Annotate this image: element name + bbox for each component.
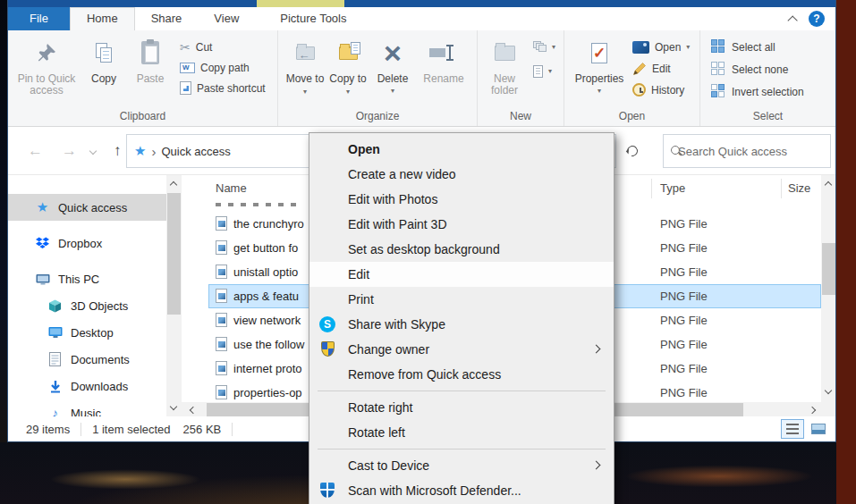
scroll-right-icon[interactable] bbox=[809, 407, 816, 414]
sidebar-item-desktop[interactable]: Desktop bbox=[8, 319, 166, 346]
menu-item-open[interactable]: Open bbox=[309, 137, 614, 162]
sidebar-scrollbar[interactable] bbox=[166, 175, 182, 417]
thumbnails-view-button[interactable] bbox=[807, 419, 830, 439]
column-header-name[interactable]: Name bbox=[216, 181, 247, 195]
delete-caret-icon: ▾ bbox=[391, 85, 394, 97]
breadcrumb-chevron-icon[interactable]: › bbox=[151, 144, 156, 159]
sidebar-item-quick-access[interactable]: ★ Quick access bbox=[8, 194, 166, 221]
sidebar-item-documents[interactable]: Documents bbox=[8, 346, 166, 373]
details-view-icon bbox=[786, 424, 799, 434]
select-all-button[interactable]: Select all bbox=[711, 38, 804, 55]
picture-tools-accent-strip bbox=[257, 0, 344, 7]
menu-item-rotate-left[interactable]: Rotate left bbox=[309, 420, 614, 445]
documents-icon bbox=[47, 352, 63, 366]
uac-shield-icon bbox=[321, 341, 335, 357]
select-none-button[interactable]: Select none bbox=[711, 61, 804, 78]
select-group-label: Select bbox=[700, 110, 835, 126]
edit-button[interactable]: Edit bbox=[632, 60, 690, 77]
menu-item-cast-to-device[interactable]: Cast to Device bbox=[309, 453, 614, 478]
copy-button[interactable]: Copy bbox=[81, 32, 126, 110]
history-button[interactable]: History bbox=[632, 81, 690, 98]
sidebar-item-music[interactable]: ♪ Music bbox=[8, 399, 166, 417]
history-label: History bbox=[651, 84, 684, 97]
invert-selection-button[interactable]: Invert selection bbox=[711, 83, 804, 100]
sidebar-item-dropbox[interactable]: Dropbox bbox=[8, 230, 166, 256]
scroll-up-icon[interactable] bbox=[170, 181, 177, 189]
details-view-button[interactable] bbox=[781, 419, 804, 439]
tab-picture-tools[interactable]: Picture Tools bbox=[264, 7, 362, 30]
status-divider bbox=[232, 423, 233, 436]
menu-item-scan-with-microsoft-defender[interactable]: Scan with Microsoft Defender... bbox=[309, 478, 614, 503]
menu-item-create-a-new-video[interactable]: Create a new video bbox=[309, 162, 614, 187]
menu-item-remove-from-quick-access[interactable]: Remove from Quick access bbox=[309, 362, 614, 387]
refresh-button[interactable] bbox=[625, 144, 640, 159]
copy-to-button[interactable]: Copy to ▾ bbox=[326, 32, 369, 110]
menu-item-change-owner[interactable]: Change owner bbox=[309, 337, 614, 362]
scroll-up-icon[interactable] bbox=[825, 181, 832, 189]
delete-icon: × bbox=[384, 39, 402, 66]
paste-shortcut-button[interactable]: Paste shortcut bbox=[180, 80, 266, 97]
cut-label: Cut bbox=[196, 41, 213, 54]
menu-item-share-with-skype[interactable]: S Share with Skype bbox=[309, 312, 614, 337]
new-folder-label: New folder bbox=[481, 73, 528, 97]
menu-item-edit-with-photos[interactable]: Edit with Photos bbox=[309, 187, 614, 212]
file-list-vertical-scrollbar[interactable] bbox=[821, 175, 835, 402]
tab-view[interactable]: View bbox=[198, 7, 255, 30]
new-folder-button[interactable]: New folder bbox=[481, 32, 528, 110]
copy-path-label: Copy path bbox=[200, 62, 250, 74]
sidebar-item-label: Dropbox bbox=[58, 237, 102, 250]
sidebar-item-downloads[interactable]: Downloads bbox=[8, 373, 166, 399]
sidebar-item-this-pc[interactable]: This PC bbox=[8, 265, 166, 292]
back-button[interactable]: ← bbox=[28, 127, 43, 175]
move-to-label: Move to bbox=[286, 72, 325, 85]
paste-button[interactable]: Paste bbox=[126, 32, 174, 110]
open-label: Open bbox=[655, 41, 681, 54]
column-header-type[interactable]: Type bbox=[660, 181, 685, 195]
scroll-down-icon[interactable] bbox=[825, 387, 832, 394]
menu-item-edit[interactable]: Edit bbox=[309, 262, 614, 287]
breadcrumb[interactable]: Quick access bbox=[161, 145, 230, 158]
menu-item-print[interactable]: Print bbox=[309, 287, 614, 312]
scrollbar-thumb[interactable] bbox=[822, 243, 835, 295]
rename-button[interactable]: Rename bbox=[416, 32, 471, 110]
tab-file[interactable]: File bbox=[8, 7, 70, 30]
properties-button[interactable]: ✓ Properties ▾ bbox=[572, 32, 627, 110]
menu-item-set-as-desktop-background[interactable]: Set as desktop background bbox=[309, 237, 614, 262]
tab-home[interactable]: Home bbox=[70, 7, 135, 30]
scrollbar-thumb[interactable] bbox=[167, 193, 181, 315]
sidebar-item-3d-objects[interactable]: 3D Objects bbox=[8, 292, 166, 319]
easy-access-button[interactable]: ▾ bbox=[533, 38, 555, 55]
pin-to-quick-access-button[interactable]: Pin to Quick access bbox=[12, 32, 81, 110]
tab-share[interactable]: Share bbox=[135, 7, 199, 30]
image-file-icon bbox=[216, 265, 227, 279]
skype-icon: S bbox=[319, 316, 335, 332]
open-button[interactable]: Open ▾ bbox=[632, 38, 690, 55]
help-icon[interactable]: ? bbox=[809, 11, 825, 27]
image-file-icon bbox=[216, 385, 227, 399]
status-divider bbox=[81, 423, 81, 436]
open-group-label: Open bbox=[564, 110, 699, 126]
cut-button[interactable]: ✂ Cut bbox=[180, 38, 266, 55]
search-input[interactable] bbox=[678, 145, 835, 158]
move-to-button[interactable]: ← Move to ▾ bbox=[284, 32, 326, 110]
rename-icon bbox=[429, 44, 458, 62]
clipboard-group-label: Clipboard bbox=[8, 110, 277, 126]
minimize-ribbon-icon[interactable] bbox=[787, 15, 797, 25]
ribbon-group-new: New folder ▾ ▾ New bbox=[478, 30, 564, 126]
rename-label: Rename bbox=[423, 73, 463, 85]
ribbon-tab-row: File Home Share View Picture Tools ? bbox=[8, 7, 835, 30]
scroll-left-icon[interactable] bbox=[190, 407, 197, 414]
3d-objects-cube-icon bbox=[47, 298, 63, 313]
context-menu: Open Create a new video Edit with Photos… bbox=[309, 132, 614, 504]
scroll-down-icon[interactable] bbox=[170, 403, 177, 410]
new-item-button[interactable]: ▾ bbox=[533, 63, 555, 80]
organize-group-label: Organize bbox=[278, 110, 477, 126]
menu-item-rotate-right[interactable]: Rotate right bbox=[309, 395, 614, 420]
recent-locations-dropdown[interactable] bbox=[90, 127, 96, 175]
forward-button[interactable]: → bbox=[62, 127, 77, 175]
column-header-size[interactable]: Size bbox=[788, 181, 810, 195]
copy-path-button[interactable]: W Copy path bbox=[180, 59, 266, 76]
delete-button[interactable]: × Delete ▾ bbox=[369, 32, 416, 110]
menu-item-edit-with-paint-3d[interactable]: Edit with Paint 3D bbox=[309, 212, 614, 237]
up-button[interactable]: ↑ bbox=[114, 127, 122, 175]
